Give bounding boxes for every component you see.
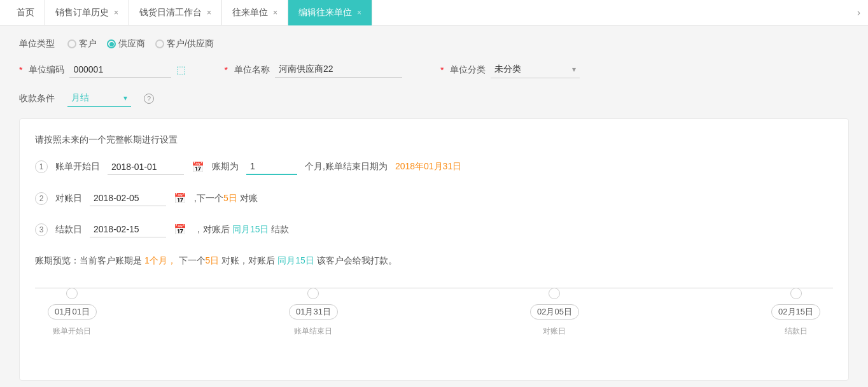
radio-both-label: 客户/供应商 xyxy=(167,38,214,50)
radio-customer[interactable]: 客户 xyxy=(67,38,97,50)
main-content: 单位类型 客户 供应商 客户/供应商 * 单位编码 ⬚ * 单位名称 xyxy=(0,25,868,387)
unit-code-label: 单位编码 xyxy=(29,64,64,76)
radio-customer-label: 客户 xyxy=(79,38,97,50)
timeline-node-3-date: 02月05日 xyxy=(530,304,579,320)
radio-customer-circle xyxy=(67,39,76,48)
settlement-date-label: 结款日 xyxy=(55,224,82,236)
tab-edit-related-units-close[interactable]: × xyxy=(357,8,361,17)
timeline-node-2-label: 账单结束日 xyxy=(294,326,332,337)
period-for-label: 账期为 xyxy=(212,161,239,172)
reconciliation-date-cal-icon[interactable]: 📅 xyxy=(174,192,186,204)
timeline-node-2-circle xyxy=(307,288,319,299)
setting-row-1: 1 账单开始日 📅 账期为 个月,账单结束日期为 2018年01月31日 xyxy=(35,158,833,175)
settlement-date-cal-icon[interactable]: 📅 xyxy=(174,223,186,236)
timeline-node-4: 02月15日 结款日 xyxy=(771,288,820,337)
unit-type-row: 单位类型 客户 供应商 客户/供应商 xyxy=(19,38,849,50)
tab-sales-order-history-close[interactable]: × xyxy=(114,8,118,17)
tab-related-units-close[interactable]: × xyxy=(273,8,277,17)
row-num-2: 2 xyxy=(35,192,48,205)
radio-supplier-circle xyxy=(107,39,116,48)
timeline-node-1-date: 01月01日 xyxy=(48,304,97,320)
copy-icon[interactable]: ⬚ xyxy=(176,64,186,76)
payment-terms-value: 月结 xyxy=(71,92,89,104)
payment-terms-chevron: ▾ xyxy=(123,94,127,102)
tab-home-label: 首页 xyxy=(17,7,34,18)
timeline-node-4-label: 结款日 xyxy=(785,326,808,337)
tab-arrow[interactable]: › xyxy=(850,7,868,18)
timeline-node-3-label: 对账日 xyxy=(543,326,566,337)
account-start-date-cal-icon[interactable]: 📅 xyxy=(192,161,204,173)
unit-name-label: 单位名称 xyxy=(234,64,270,76)
setting-row-3: 3 结款日 📅 ，对账后 同月15日 结款 xyxy=(35,222,833,237)
timeline-node-4-date: 02月15日 xyxy=(771,304,820,320)
reconciliation-date-input[interactable] xyxy=(90,190,166,206)
timeline-node-2-date: 01月31日 xyxy=(289,304,338,320)
account-start-date-label: 账单开始日 xyxy=(55,161,100,172)
unit-category-required: * xyxy=(440,65,444,75)
preview-text: 账期预览：当前客户账期是 1个月， 下一个5日 对账，对账后 同月15日 该客户… xyxy=(35,253,833,269)
tab-bar: 首页 销售订单历史 × 钱货日清工作台 × 往来单位 × 编辑往来单位 × › xyxy=(0,0,868,25)
timeline-node-2: 01月31日 账单结束日 xyxy=(289,288,338,337)
reconciliation-desc: ,下一个5日 对账 xyxy=(194,193,258,204)
tab-sales-order-history[interactable]: 销售订单历史 × xyxy=(45,0,129,25)
unit-name-group: * 单位名称 xyxy=(224,62,402,78)
row-num-1: 1 xyxy=(35,160,48,173)
period-input[interactable] xyxy=(246,158,297,175)
timeline-node-3-circle xyxy=(549,288,560,299)
reconciliation-date-label: 对账日 xyxy=(55,193,82,204)
timeline-node-1-circle xyxy=(66,288,78,299)
timeline-node-3: 02月05日 对账日 xyxy=(530,288,579,337)
payment-terms-label: 收款条件 xyxy=(19,93,55,104)
unit-code-required: * xyxy=(19,65,22,75)
unit-name-required: * xyxy=(224,65,227,75)
settings-card: 请按照未来的一个完整帐期进行设置 1 账单开始日 📅 账期为 个月,账单结束日期… xyxy=(19,118,849,381)
payment-terms-select[interactable]: 月结 ▾ xyxy=(67,90,131,107)
timeline-node-4-circle xyxy=(790,288,802,299)
account-end-date-highlight: 2018年01月31日 xyxy=(395,161,461,172)
tab-edit-related-units[interactable]: 编辑往来单位 × xyxy=(288,0,372,25)
radio-supplier-label: 供应商 xyxy=(118,38,145,50)
tab-related-units-label: 往来单位 xyxy=(232,7,268,18)
tab-cashier-workbench-label: 钱货日清工作台 xyxy=(139,7,202,18)
tab-related-units[interactable]: 往来单位 × xyxy=(222,0,288,25)
unit-category-label: 单位分类 xyxy=(450,64,486,76)
preview-prefix: 账期预览：当前客户账期是 xyxy=(35,255,142,265)
unit-code-group: * 单位编码 ⬚ xyxy=(19,62,186,78)
unit-category-chevron: ▾ xyxy=(572,65,576,74)
tab-home[interactable]: 首页 xyxy=(6,0,45,25)
timeline-container: 01月01日 账单开始日 01月31日 账单结束日 02月05日 对账日 xyxy=(35,281,833,362)
tab-cashier-workbench-close[interactable]: × xyxy=(207,8,211,17)
radio-both-circle xyxy=(155,39,164,48)
card-title: 请按照未来的一个完整帐期进行设置 xyxy=(35,134,833,146)
radio-supplier[interactable]: 供应商 xyxy=(107,38,145,50)
settlement-date-input[interactable] xyxy=(90,222,166,237)
unit-type-radio-group: 客户 供应商 客户/供应商 xyxy=(67,38,214,50)
unit-code-input[interactable] xyxy=(69,62,171,78)
payment-terms-row: 收款条件 月结 ▾ ? xyxy=(19,90,849,107)
unit-category-group: * 单位分类 未分类 ▾ xyxy=(440,61,580,78)
tab-edit-related-units-label: 编辑往来单位 xyxy=(298,7,352,18)
help-icon[interactable]: ? xyxy=(144,94,154,104)
timeline-node-1-label: 账单开始日 xyxy=(53,326,91,337)
unit-info-row: * 单位编码 ⬚ * 单位名称 * 单位分类 未分类 ▾ xyxy=(19,61,849,78)
setting-row-2: 2 对账日 📅 ,下一个5日 对账 xyxy=(35,190,833,206)
row-num-3: 3 xyxy=(35,223,48,236)
timeline-node-1: 01月01日 账单开始日 xyxy=(48,288,97,337)
tab-sales-order-history-label: 销售订单历史 xyxy=(55,7,109,18)
unit-category-select[interactable]: 未分类 ▾ xyxy=(491,61,580,78)
account-start-date-input[interactable] xyxy=(108,159,184,175)
unit-name-input[interactable] xyxy=(275,62,402,78)
unit-type-label: 单位类型 xyxy=(19,38,55,50)
unit-category-value: 未分类 xyxy=(494,64,521,75)
period-unit-label: 个月,账单结束日期为 xyxy=(305,161,388,172)
timeline-nodes: 01月01日 账单开始日 01月31日 账单结束日 02月05日 对账日 xyxy=(48,288,820,337)
radio-both[interactable]: 客户/供应商 xyxy=(155,38,214,50)
tab-cashier-workbench[interactable]: 钱货日清工作台 × xyxy=(129,0,222,25)
settlement-desc: ，对账后 同月15日 结款 xyxy=(194,224,289,236)
